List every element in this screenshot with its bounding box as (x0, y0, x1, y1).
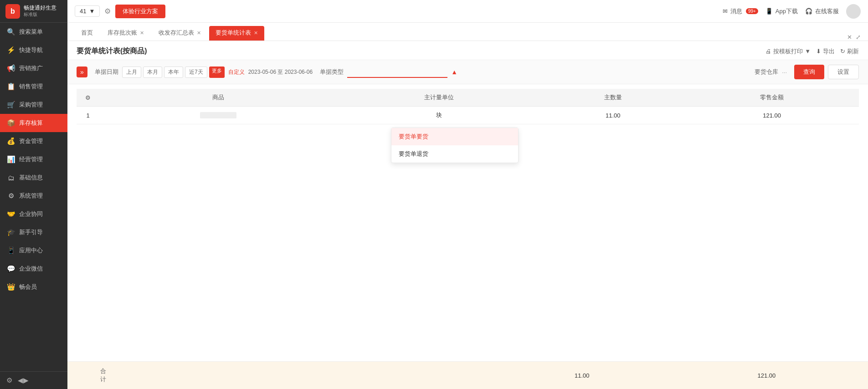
topbar: 41 ▼ ⚙ 体验行业方案 ✉ 消息 99+ 📱 App下载 🎧 在线客服 (67, 0, 868, 23)
sidebar-label-marketing: 营销推广 (19, 64, 43, 72)
column-settings-icon: ⚙ (85, 94, 91, 101)
sidebar-item-appstore[interactable]: 📱 应用中心 (0, 241, 67, 260)
tab-batch[interactable]: 库存批次账 ✕ (101, 26, 150, 41)
more-badge[interactable]: 更多 (209, 67, 225, 78)
sidebar-label-operations: 经营管理 (19, 155, 43, 164)
col-settings[interactable]: ⚙ (77, 89, 99, 107)
chevron-down-print-icon: ▼ (805, 48, 811, 55)
sidebar-item-shortcut[interactable]: ⚡ 快捷导航 (0, 41, 67, 59)
online-service-group[interactable]: 🎧 在线客服 (805, 7, 839, 15)
tab-order-stats[interactable]: 要货单统计表 ✕ (209, 26, 264, 41)
member-icon: 👑 (6, 282, 15, 292)
date-btn-this-year[interactable]: 本年 (164, 67, 183, 78)
footer-values: 11.00 121.00 (121, 372, 859, 379)
store-name: 41 (80, 8, 86, 15)
type-select-arrow-icon[interactable]: ▲ (451, 68, 457, 76)
dropdown-item-order-return[interactable]: 要货单退货 (391, 145, 518, 163)
message-group[interactable]: ✉ 消息 99+ (723, 7, 758, 15)
sidebar-item-system[interactable]: ⚙ 系统管理 (0, 187, 67, 205)
sidebar-label-finance: 资金管理 (19, 137, 43, 145)
row-amount: 121.00 (685, 107, 859, 124)
table-header: ⚙ 商品 主计量单位 主数量 零售金额 (77, 89, 859, 107)
warehouse-filter-group: 要货仓库 ··· (755, 68, 787, 76)
footer-amount: 121.00 (674, 372, 859, 379)
row-no: 1 (77, 107, 99, 124)
tab-summary[interactable]: 收发存汇总表 ✕ (152, 26, 207, 41)
custom-date-link[interactable]: 自定义 (228, 68, 245, 76)
sidebar-label-guide: 新手引导 (19, 228, 43, 236)
message-label: 消息 (730, 7, 742, 15)
type-filter-label: 单据类型 (320, 68, 344, 76)
date-btn-last-month[interactable]: 上月 (122, 67, 141, 78)
sidebar-label-system: 系统管理 (19, 192, 43, 200)
date-btn-7days[interactable]: 近7天 (185, 67, 207, 78)
sidebar-label-purchase: 采购管理 (19, 101, 43, 109)
page-header: 要货单统计表(按商品) 🖨 按模板打印 ▼ ⬇ 导出 ↻ 刷新 (67, 41, 868, 60)
tab-order-stats-close[interactable]: ✕ (254, 30, 258, 36)
sidebar-item-inventory[interactable]: 📦 库存核算 (0, 114, 67, 132)
sidebar-item-search[interactable]: 🔍 搜索菜单 (0, 23, 67, 41)
service-label: 在线客服 (815, 7, 839, 15)
settings-icon[interactable]: ⚙ (104, 7, 111, 15)
sidebar-label-inventory: 库存核算 (19, 119, 43, 127)
tab-summary-close[interactable]: ✕ (197, 30, 201, 36)
sidebar-item-finance[interactable]: 💰 资金管理 (0, 132, 67, 150)
sidebar-item-enterprise[interactable]: 🤝 企业协同 (0, 205, 67, 223)
type-select-input[interactable] (347, 67, 447, 78)
sidebar-label-basic: 基础信息 (19, 174, 43, 182)
store-selector[interactable]: 41 ▼ (75, 5, 100, 17)
app-logo-text: 畅捷通好生意 标准版 (24, 5, 56, 18)
tab-close-all-icon[interactable]: ✕ (847, 34, 852, 41)
page-title: 要货单统计表(按商品) (77, 46, 147, 56)
product-name-placeholder (200, 112, 236, 118)
sidebar-item-basic[interactable]: 🗂 基础信息 (0, 169, 67, 187)
chevron-down-icon: ▼ (89, 8, 95, 15)
message-badge: 99+ (746, 8, 758, 14)
print-action[interactable]: 🖨 按模板打印 ▼ (765, 47, 811, 56)
appstore-icon: 📱 (6, 246, 15, 255)
settings-button[interactable]: 设置 (828, 65, 859, 79)
inventory-icon: 📦 (6, 118, 15, 128)
dropdown-item-order-goods[interactable]: 要货单要货 (391, 128, 518, 145)
sidebar-item-marketing[interactable]: 📢 营销推广 (0, 59, 67, 77)
tabs-controls: ✕ ⤢ (847, 34, 861, 41)
sidebar-item-guide[interactable]: 🎓 新手引导 (0, 223, 67, 241)
col-qty: 主数量 (541, 89, 685, 107)
app-download-group[interactable]: 📱 App下载 (765, 7, 798, 15)
basic-icon: 🗂 (6, 173, 15, 182)
sidebar-nav: 🔍 搜索菜单 ⚡ 快捷导航 📢 营销推广 📋 销售管理 🛒 采购管理 📦 库存核… (0, 23, 67, 371)
warehouse-dots-icon[interactable]: ··· (782, 69, 787, 76)
expand-icon: » (80, 68, 84, 76)
sidebar-item-member[interactable]: 👑 畅会员 (0, 278, 67, 296)
tab-expand-icon[interactable]: ⤢ (856, 34, 861, 41)
collapse-footer-icon[interactable]: ◀▶ (18, 376, 29, 384)
export-action[interactable]: ⬇ 导出 (816, 47, 835, 56)
query-button[interactable]: 查询 (794, 65, 824, 79)
data-table: ⚙ 商品 主计量单位 主数量 零售金额 1 块 (77, 89, 859, 124)
sidebar-label-appstore: 应用中心 (19, 246, 43, 255)
export-icon: ⬇ (816, 48, 821, 55)
tab-home[interactable]: 首页 (75, 26, 99, 41)
tab-batch-close[interactable]: ✕ (140, 30, 144, 36)
sidebar-item-wechat[interactable]: 💬 企业微信 (0, 260, 67, 278)
sidebar-item-sales[interactable]: 📋 销售管理 (0, 77, 67, 96)
sidebar: b 畅捷通好生意 标准版 🔍 搜索菜单 ⚡ 快捷导航 📢 营销推广 📋 销售管理… (0, 0, 67, 389)
date-filter-group: 单据日期 上月 本月 本年 近7天 更多 自定义 2023-05-06 至 20… (95, 67, 313, 78)
enterprise-icon: 🤝 (6, 210, 15, 219)
refresh-action[interactable]: ↻ 刷新 (840, 47, 859, 56)
refresh-icon: ↻ (840, 48, 845, 55)
date-filter-label: 单据日期 (95, 68, 118, 76)
sidebar-item-operations[interactable]: 📊 经营管理 (0, 150, 67, 169)
app-label: App下载 (776, 7, 798, 15)
main-area: 41 ▼ ⚙ 体验行业方案 ✉ 消息 99+ 📱 App下载 🎧 在线客服 (67, 0, 868, 389)
date-btn-this-month[interactable]: 本月 (143, 67, 162, 78)
avatar[interactable] (846, 4, 861, 19)
trial-button[interactable]: 体验行业方案 (115, 5, 165, 18)
sidebar-label-sales: 销售管理 (19, 82, 43, 91)
row-product (99, 107, 337, 124)
shortcut-icon: ⚡ (6, 46, 15, 55)
sidebar-label-search: 搜索菜单 (19, 28, 43, 36)
filter-expand-button[interactable]: » (77, 67, 87, 77)
settings-footer-icon[interactable]: ⚙ (6, 376, 12, 384)
sidebar-item-purchase[interactable]: 🛒 采购管理 (0, 96, 67, 114)
